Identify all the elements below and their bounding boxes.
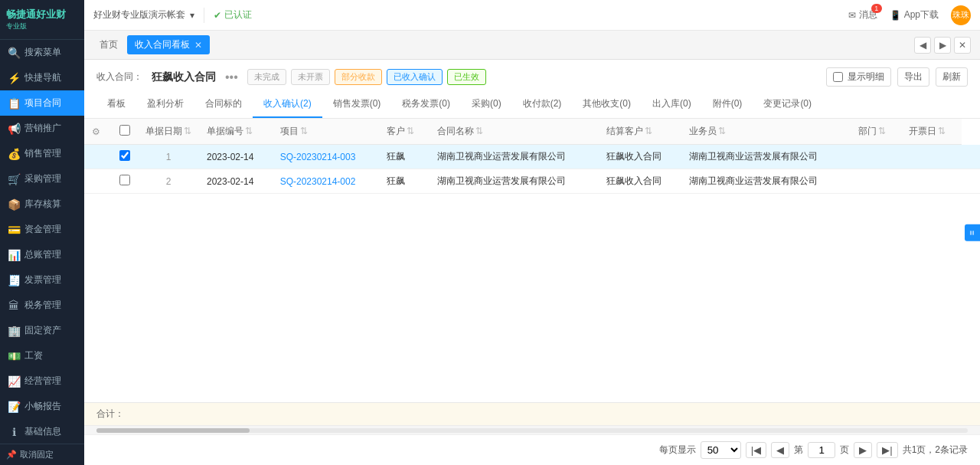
sidebar-item-固定资产[interactable]: 🏢固定资产 [0,318,84,343]
unpin-button[interactable]: 📌 取消固定 [0,444,84,465]
row-check[interactable] [112,145,138,169]
subtab-收付款[interactable]: 收付款(2) [512,91,573,118]
col-单据日期[interactable]: 单据日期⇅ [138,119,199,145]
subtab-税务发票[interactable]: 税务发票(0) [391,91,461,118]
subtab-采购[interactable]: 采购(0) [461,91,512,118]
page-input[interactable] [808,442,835,458]
col-客户[interactable]: 客户⇅ [379,119,430,145]
app-download-label: App下载 [904,8,939,21]
show-detail-checkbox[interactable] [833,72,843,82]
nav-forward-button[interactable]: ▶ [934,37,951,54]
status-tag-未完成[interactable]: 未完成 [247,69,286,85]
sidebar-label: 项目合同 [24,97,61,110]
sidebar-icon: 💳 [8,224,20,236]
sidebar-icon: 🧾 [8,274,20,287]
subtab-盈利分析[interactable]: 盈利分析 [136,91,194,118]
subtab-合同标的[interactable]: 合同标的 [194,91,253,118]
row-invoice-date [962,169,980,194]
select-all-checkbox[interactable] [119,125,130,136]
table-row[interactable]: 2 2023-02-14 SQ-20230214-002 狂飙 湖南卫视商业运营… [84,169,980,194]
col-单据编号[interactable]: 单据编号⇅ [199,119,273,145]
row-check[interactable] [112,169,138,194]
row-contract: 狂飙收入合同 [599,169,681,194]
sidebar-item-基础信息[interactable]: ℹ基础信息 [0,419,84,444]
status-tag-已收入确认[interactable]: 已收入确认 [387,69,443,85]
app-sub: 专业版 [6,21,78,31]
col-合同名称[interactable]: 合同名称⇅ [430,119,599,145]
status-tag-未开票[interactable]: 未开票 [291,69,330,85]
header-btn-导出[interactable]: 导出 [897,67,929,87]
table-row[interactable]: 1 2023-02-14 SQ-20230214-003 狂飙 湖南卫视商业运营… [84,145,980,169]
data-table: ⚙单据日期⇅单据编号⇅项目⇅客户⇅合同名称⇅结算客户⇅业务员⇅部门⇅开票日⇅ 1… [84,119,980,194]
sidebar-icon: 🔍 [8,47,20,59]
main-area: 好业财专业版演示帐套 ▾ ✔ 已认证 ✉ 1 消息 📱 App下载 珠珠 首页 [84,0,980,465]
sidebar-label: 工资 [24,349,43,362]
subtab-收入确认[interactable]: 收入确认(2) [253,91,322,118]
nav-close-button[interactable]: ✕ [954,37,971,54]
first-page-button[interactable]: |◀ [746,442,766,458]
sort-icon: ⇅ [878,126,886,136]
contract-name: 狂飙收入合同 [152,70,216,84]
user-avatar[interactable]: 珠珠 [951,5,971,25]
side-action-button[interactable]: ≡ [965,224,980,241]
col-开票日[interactable]: 开票日⇅ [901,119,962,145]
sidebar-item-总账管理[interactable]: 📊总账管理 [0,242,84,267]
per-page-label: 每页显示 [659,444,696,457]
company-selector[interactable]: 好业财专业版演示帐套 ▾ [93,8,194,21]
sidebar-item-搜索菜单[interactable]: 🔍搜索菜单 [0,40,84,65]
prev-page-button[interactable]: ◀ [771,442,789,458]
sidebar-item-营销推广[interactable]: 📢营销推广 [0,116,84,141]
sidebar-item-经营管理[interactable]: 📈经营管理 [0,368,84,394]
row-number[interactable]: SQ-20230214-002 [273,169,380,194]
more-button[interactable]: ••• [225,70,238,84]
contract-prefix: 收入合同： [96,70,142,84]
nav-back-button[interactable]: ◀ [914,37,931,54]
subtab-销售发票[interactable]: 销售发票(0) [322,91,392,118]
app-download-button[interactable]: 📱 App下载 [890,8,939,21]
next-page-button[interactable]: ▶ [854,442,872,458]
sidebar-label: 快捷导航 [24,71,61,84]
settings-icon[interactable]: ⚙ [92,126,100,137]
col-项目[interactable]: 项目⇅ [273,119,380,145]
subtab-其他收支[interactable]: 其他收支(0) [572,91,642,118]
row-settle-customer: 湖南卫视商业运营发展有限公司 [681,145,851,169]
table-header: ⚙单据日期⇅单据编号⇅项目⇅客户⇅合同名称⇅结算客户⇅业务员⇅部门⇅开票日⇅ [84,119,980,145]
header-actions: 显示明细导出刷新 [826,67,968,87]
table-footer: 合计： 每页显示 50 100 200 |◀ ◀ 第 页 ▶ ▶| 共1页，2条… [84,402,980,465]
tab-contract-board[interactable]: 收入合同看板 ✕ [127,35,210,54]
sidebar-item-销售管理[interactable]: 💰销售管理 [0,141,84,166]
header-btn-刷新[interactable]: 刷新 [936,67,968,87]
sidebar-item-税务管理[interactable]: 🏛税务管理 [0,293,84,318]
col-业务员[interactable]: 业务员⇅ [681,119,851,145]
subtab-出入库[interactable]: 出入库(0) [642,91,702,118]
message-button[interactable]: ✉ 1 消息 [848,8,877,21]
row-department [901,145,962,169]
col-结算客户[interactable]: 结算客户⇅ [599,119,681,145]
sidebar-label: 库存核算 [24,198,61,211]
col-部门[interactable]: 部门⇅ [851,119,901,145]
col-check [112,119,138,145]
sidebar-item-采购管理[interactable]: 🛒采购管理 [0,166,84,192]
subtab-附件[interactable]: 附件(0) [702,91,753,118]
scrollbar-thumb[interactable] [96,428,250,433]
status-tag-部分收款[interactable]: 部分收款 [335,69,382,85]
page-unit: 页 [840,444,849,457]
subtab-变更记录[interactable]: 变更记录(0) [753,91,822,118]
header-btn-显示明细[interactable]: 显示明细 [826,67,891,87]
last-page-button[interactable]: ▶| [877,442,897,458]
sidebar-item-项目合同[interactable]: 📋项目合同 [0,90,84,116]
sidebar-item-发票管理[interactable]: 🧾发票管理 [0,267,84,293]
row-number[interactable]: SQ-20230214-003 [273,145,380,169]
sidebar-label: 搜索菜单 [24,46,61,59]
per-page-select[interactable]: 50 100 200 [701,441,741,459]
sidebar-icon: 💵 [8,350,20,362]
sidebar-item-小畅报告[interactable]: 📝小畅报告 [0,394,84,419]
sidebar-item-资金管理[interactable]: 💳资金管理 [0,217,84,242]
sidebar-item-工资[interactable]: 💵工资 [0,343,84,368]
sidebar-item-库存核算[interactable]: 📦库存核算 [0,192,84,217]
tab-close-icon[interactable]: ✕ [194,40,202,51]
status-tag-已生效[interactable]: 已生效 [447,69,486,85]
subtab-看板[interactable]: 看板 [96,91,136,118]
tab-home[interactable]: 首页 [93,35,124,54]
sidebar-item-快捷导航[interactable]: ⚡快捷导航 [0,65,84,90]
